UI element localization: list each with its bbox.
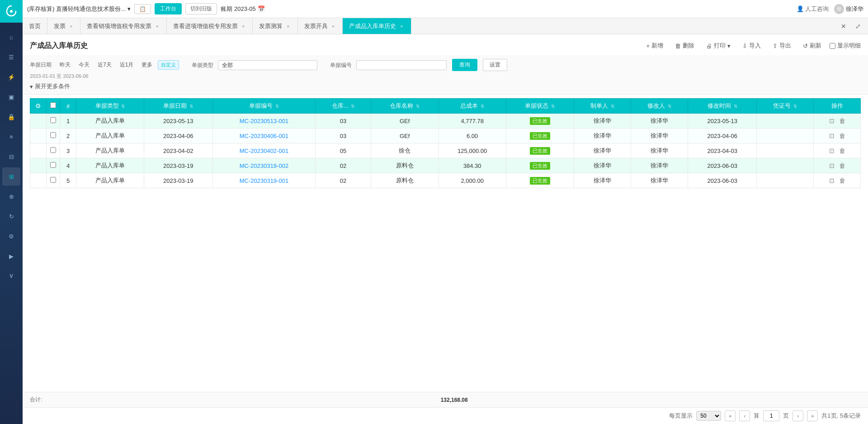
new-btn[interactable]: + 新增 — [642, 40, 667, 52]
sidebar-item-analytics[interactable]: ⚡ — [2, 68, 20, 86]
col-type[interactable]: 单据类型 ⇅ — [76, 99, 144, 114]
tab-purchase-vat-close[interactable]: × — [241, 23, 246, 29]
row-number-4[interactable]: MC-20230319-001 — [212, 173, 316, 188]
row-number-3[interactable]: MC-20230319-002 — [212, 158, 316, 173]
row-select-0[interactable] — [50, 117, 56, 123]
date-btn-today[interactable]: 今天 — [76, 60, 92, 70]
col-total-cost[interactable]: 总成本 ⇅ — [439, 99, 506, 114]
last-page-btn[interactable]: » — [807, 410, 818, 421]
row-number-2[interactable]: MC-20230402-001 — [212, 143, 316, 158]
col-voucher[interactable]: 凭证号 ⇅ — [757, 99, 814, 114]
col-settings[interactable]: ⚙ — [30, 99, 47, 114]
sidebar-item-chart[interactable]: ▣ — [2, 88, 20, 106]
tab-product-history-close[interactable]: × — [399, 23, 404, 29]
row-edit-icon-0[interactable]: ⊡ — [828, 116, 835, 125]
per-page-select[interactable]: 20 50 100 — [696, 411, 721, 421]
expand-more-btn[interactable]: ▾ 展开更多条件 — [30, 82, 861, 91]
row-checkbox-0[interactable] — [47, 114, 60, 129]
tab-invoice-calc-close[interactable]: × — [285, 23, 291, 29]
row-delete-icon-0[interactable]: 🗑 — [838, 116, 846, 125]
app-logo[interactable] — [0, 0, 23, 23]
tab-invoice-calc[interactable]: 发票测算 × — [253, 18, 297, 34]
number-filter-input[interactable] — [356, 60, 447, 70]
user-profile[interactable]: 徐 徐泽华 — [834, 4, 863, 14]
date-btn-custom[interactable]: 自定义 — [158, 60, 179, 70]
help-btn[interactable]: 👤 人工咨询 — [797, 5, 829, 13]
print-btn[interactable]: 🖨 打印 ▾ — [703, 40, 734, 52]
date-btn-more[interactable]: 更多 — [139, 60, 155, 70]
company-selector[interactable]: (库存核算) 直播轻纯通信息技术股份... ▾ — [27, 5, 131, 13]
col-status[interactable]: 单据状态 ⇅ — [506, 99, 574, 114]
row-checkbox-3[interactable] — [47, 158, 60, 173]
row-edit-icon-2[interactable]: ⊡ — [828, 146, 835, 155]
row-number-link-3[interactable]: MC-20230319-002 — [240, 162, 288, 169]
tab-product-history[interactable]: 产成品入库单历史 × — [343, 18, 411, 34]
row-checkbox-4[interactable] — [47, 173, 60, 188]
row-delete-icon-1[interactable]: 🗑 — [838, 131, 846, 140]
col-date[interactable]: 单据日期 ⇅ — [144, 99, 213, 114]
show-detail-checkbox[interactable]: 显示明细 — [830, 42, 861, 50]
tab-sales-vat-close[interactable]: × — [154, 23, 160, 29]
row-number-1[interactable]: MC-20230406-001 — [212, 129, 316, 143]
row-select-3[interactable] — [50, 162, 56, 168]
show-detail-input[interactable] — [830, 43, 835, 49]
row-select-4[interactable] — [50, 177, 56, 183]
col-checkbox[interactable] — [47, 99, 60, 114]
close-all-tabs-btn[interactable]: ✕ — [838, 22, 849, 31]
delete-btn[interactable]: 🗑 删除 — [671, 40, 698, 52]
col-number[interactable]: 单据编号 ⇅ — [212, 99, 316, 114]
tab-invoice-open[interactable]: 发票开具 × — [298, 18, 343, 34]
row-edit-icon-3[interactable]: ⊡ — [828, 161, 835, 170]
next-page-btn[interactable]: › — [793, 410, 803, 421]
row-edit-icon-4[interactable]: ⊡ — [828, 176, 835, 185]
row-checkbox-2[interactable] — [47, 143, 60, 158]
type-filter-select[interactable]: 全部 产品入库单 — [218, 60, 317, 70]
date-btn-7days[interactable]: 近7天 — [95, 60, 114, 70]
row-edit-icon-1[interactable]: ⊡ — [828, 131, 835, 140]
export-btn[interactable]: ⇧ 导出 — [769, 40, 795, 52]
row-select-1[interactable] — [50, 132, 56, 138]
row-delete-icon-3[interactable]: 🗑 — [838, 161, 846, 170]
copy-btn[interactable]: 📋 — [134, 4, 151, 14]
sidebar-item-sync[interactable]: ↻ — [2, 207, 20, 225]
import-btn[interactable]: ⇩ 导入 — [739, 40, 764, 52]
sidebar-item-version[interactable]: V — [2, 267, 20, 285]
row-number-link-2[interactable]: MC-20230402-001 — [240, 148, 288, 154]
sidebar-item-video[interactable]: ▶ — [2, 247, 20, 265]
expand-window-btn[interactable]: ⤢ — [853, 22, 863, 31]
tab-invoice-open-close[interactable]: × — [330, 23, 336, 29]
sidebar-item-home[interactable]: ⌂ — [2, 28, 20, 46]
row-select-2[interactable] — [50, 147, 56, 153]
col-creator[interactable]: 制单人 ⇅ — [574, 99, 631, 114]
tab-home[interactable]: 首页 — [23, 18, 47, 34]
sidebar-item-docs[interactable]: ☰ — [2, 48, 20, 66]
setting-btn[interactable]: 设置 — [483, 59, 507, 71]
row-delete-icon-2[interactable]: 🗑 — [838, 146, 846, 155]
sidebar-item-settings[interactable]: ⚙ — [2, 227, 20, 245]
tab-purchase-vat[interactable]: 查看进项增值税专用发票 × — [167, 18, 253, 34]
col-modifier[interactable]: 修改人 ⇅ — [631, 99, 688, 114]
date-btn-yesterday[interactable]: 昨天 — [57, 60, 73, 70]
row-number-link-1[interactable]: MC-20230406-001 — [240, 133, 288, 139]
row-number-0[interactable]: MC-20230513-001 — [212, 114, 316, 129]
select-all-checkbox[interactable] — [50, 102, 56, 108]
refresh-btn[interactable]: ↺ 刷新 — [799, 40, 825, 52]
row-checkbox-1[interactable] — [47, 129, 60, 143]
period-calendar-icon[interactable]: 📅 — [258, 5, 265, 12]
sidebar-item-list[interactable]: ≡ — [2, 128, 20, 146]
tab-invoice-close[interactable]: × — [68, 23, 74, 29]
switch-btn[interactable]: 切到旧版 — [185, 3, 217, 14]
sidebar-item-inventory[interactable]: ⊟ — [2, 148, 20, 166]
row-number-link-4[interactable]: MC-20230319-001 — [240, 177, 288, 184]
sidebar-item-active[interactable]: ⊞ — [2, 167, 20, 186]
col-warehouse-code[interactable]: 仓库... ⇅ — [316, 99, 371, 114]
sidebar-item-lock[interactable]: 🔒 — [2, 108, 20, 126]
prev-page-btn[interactable]: ‹ — [739, 410, 750, 421]
search-btn[interactable]: 查询 — [452, 59, 477, 71]
tab-invoice[interactable]: 发票 × — [47, 18, 80, 34]
date-btn-1month[interactable]: 近1月 — [117, 60, 137, 70]
tab-sales-vat[interactable]: 查看销项增值税专用发票 × — [80, 18, 166, 34]
page-input[interactable] — [763, 410, 779, 421]
first-page-btn[interactable]: « — [725, 410, 736, 421]
sidebar-item-stamp[interactable]: ⊕ — [2, 187, 20, 205]
